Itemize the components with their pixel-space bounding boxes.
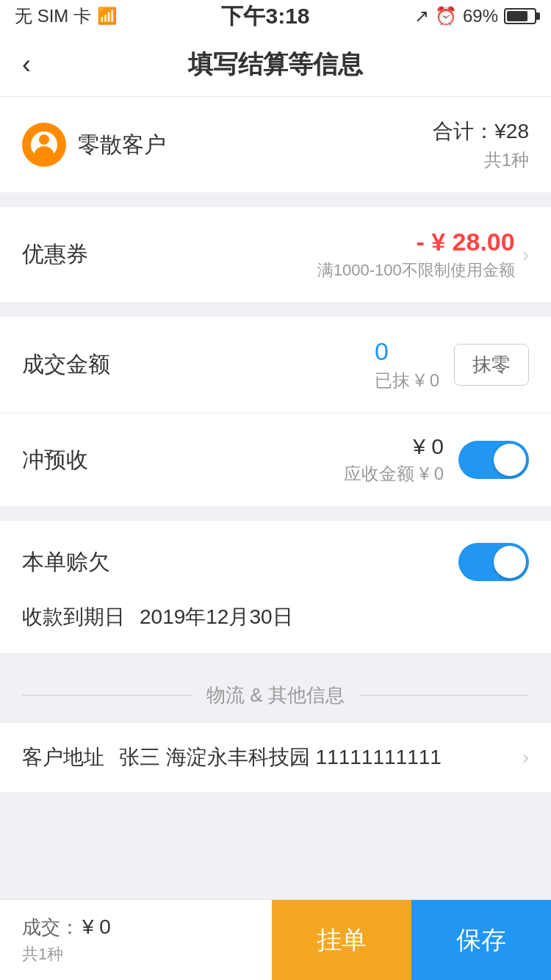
customer-left: 零散客户 [22, 123, 166, 167]
deal-amount-info: 0 已抹 ¥ 0 [375, 337, 439, 392]
coupon-value: - ¥ 28.00 [317, 228, 515, 256]
round-zero-button[interactable]: 抹零 [454, 344, 529, 386]
coupon-row[interactable]: 优惠券 - ¥ 28.00 满1000-100不限制使用金额 › [0, 207, 551, 302]
no-sim-text: 无 SIM 卡 [15, 4, 91, 28]
deal-amount-label: 成交金额 [22, 350, 110, 380]
save-button[interactable]: 保存 [411, 900, 551, 981]
avatar [22, 123, 66, 167]
bottom-deal-label: 成交： [22, 915, 79, 940]
address-row[interactable]: 客户地址 张三 海淀永丰科技园 11111111111 › [0, 723, 551, 792]
address-chevron-icon: › [522, 746, 529, 769]
due-date-label: 收款到期日 [22, 603, 125, 631]
customer-total: 合计：¥28 共1种 [433, 118, 529, 172]
bottom-summary: 成交： ¥ 0 共1种 [0, 915, 272, 965]
debt-row: 本单赊欠 [0, 521, 551, 603]
address-label: 客户地址 [22, 743, 104, 771]
bottom-count: 共1种 [22, 943, 250, 965]
total-amount: 合计：¥28 [433, 118, 529, 145]
debt-label: 本单赊欠 [22, 547, 110, 577]
debt-section: 本单赊欠 收款到期日 2019年12月30日 [0, 521, 551, 653]
coupon-section: 优惠券 - ¥ 28.00 满1000-100不限制使用金额 › [0, 207, 551, 302]
debt-toggle-knob [494, 546, 526, 578]
logistics-label: 物流 & 其他信息 [192, 682, 359, 708]
pre-collection-toggle[interactable] [458, 441, 529, 479]
page-title: 填写结算等信息 [188, 48, 363, 82]
pre-collection-sub: 应收金额 ¥ 0 [344, 462, 444, 486]
toggle-knob [494, 444, 526, 476]
pre-collection-amount: ¥ 0 [344, 434, 444, 459]
location-icon: ↗ [414, 6, 429, 26]
chevron-right-icon: › [522, 243, 529, 267]
deal-amount-right: 0 已抹 ¥ 0 抹零 [375, 337, 529, 392]
bottom-bar: 成交： ¥ 0 共1种 挂单 保存 [0, 899, 551, 980]
pre-collection-row: 冲预收 ¥ 0 应收金额 ¥ 0 [0, 413, 551, 506]
bottom-deal-amount: ¥ 0 [82, 915, 111, 939]
status-left: 无 SIM 卡 📶 [15, 4, 117, 28]
due-date-value: 2019年12月30日 [140, 603, 293, 631]
divider-line-right [359, 695, 529, 696]
address-section: 客户地址 张三 海淀永丰科技园 11111111111 › [0, 723, 551, 792]
coupon-info: - ¥ 28.00 满1000-100不限制使用金额 [317, 228, 515, 281]
coupon-right: - ¥ 28.00 满1000-100不限制使用金额 › [317, 228, 529, 281]
status-bar: 无 SIM 卡 📶 下午3:18 ↗ ⏰ 69% [0, 0, 551, 32]
main-content: 零散客户 合计：¥28 共1种 优惠券 - ¥ 28.00 满1000-100不… [0, 97, 551, 895]
wifi-icon: 📶 [97, 7, 117, 26]
customer-section: 零散客户 合计：¥28 共1种 [0, 97, 551, 192]
battery-icon [504, 8, 536, 24]
customer-name: 零散客户 [78, 130, 166, 160]
status-time: 下午3:18 [221, 1, 309, 32]
pre-collection-info: ¥ 0 应收金额 ¥ 0 [344, 434, 444, 486]
debt-toggle[interactable] [458, 543, 529, 581]
bottom-deal-line: 成交： ¥ 0 [22, 915, 250, 940]
pre-collection-right: ¥ 0 应收金额 ¥ 0 [344, 434, 529, 486]
deal-amount-sub: 已抹 ¥ 0 [375, 369, 439, 392]
deal-section: 成交金额 0 已抹 ¥ 0 抹零 冲预收 ¥ 0 应收金额 ¥ 0 [0, 317, 551, 506]
address-value: 张三 海淀永丰科技园 11111111111 [119, 743, 522, 771]
coupon-sub-text: 满1000-100不限制使用金额 [317, 259, 515, 281]
coupon-label: 优惠券 [22, 239, 88, 270]
alarm-icon: ⏰ [435, 6, 457, 26]
avatar-person-icon [31, 131, 57, 158]
battery-percent: 69% [463, 6, 498, 26]
back-button[interactable]: ‹ [22, 49, 31, 80]
due-date-row: 收款到期日 2019年12月30日 [0, 603, 551, 653]
logistics-divider: 物流 & 其他信息 [0, 668, 551, 723]
nav-bar: ‹ 填写结算等信息 [0, 32, 551, 97]
hold-button[interactable]: 挂单 [272, 900, 411, 981]
status-right: ↗ ⏰ 69% [414, 6, 536, 26]
pre-collection-label: 冲预收 [22, 445, 88, 475]
deal-amount-row: 成交金额 0 已抹 ¥ 0 抹零 [0, 317, 551, 413]
divider-line-left [22, 695, 192, 696]
deal-amount-value: 0 [375, 337, 439, 366]
total-count: 共1种 [433, 148, 529, 172]
